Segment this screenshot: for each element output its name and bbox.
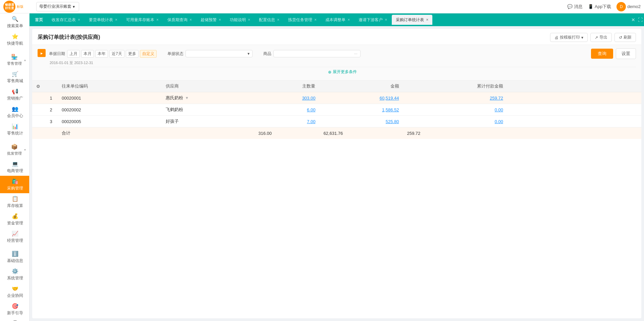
tab-available-inventory[interactable]: 可用量库存账本 × — [122, 15, 163, 25]
row-1-dropdown-icon[interactable]: ▾ — [186, 95, 188, 100]
page-content: 采购订单统计表(按供应商) 🖨 按模板打印 ▾ ↗ 导出 ↺ — [32, 29, 641, 318]
tab-receive-summary[interactable]: 收发存汇总表 × — [48, 15, 84, 25]
row-3-num: 3 — [44, 116, 58, 127]
date-shortcut-more[interactable]: 更多 — [126, 50, 139, 58]
export-label: 导出 — [599, 35, 607, 40]
print-icon: 🖨 — [554, 35, 558, 40]
tab-expiry-query[interactable]: 保质期查询 × — [163, 15, 196, 25]
sidebar: 🔍 搜索菜单 ⭐ 快捷导航 🏪 零售管理 ▴ 🛒 零售商城 📢 — [0, 13, 30, 321]
sidebar-item-search[interactable]: 🔍 搜索菜单 — [0, 13, 29, 31]
sidebar-item-members[interactable]: 👥 会员中心 — [0, 103, 29, 121]
row-2-main-qty[interactable]: 6.00 — [254, 104, 319, 116]
enterprise-collab-icon: 🤝 — [12, 285, 18, 292]
sidebar-item-new-guide[interactable]: 🎯 新手引导 — [0, 301, 29, 318]
date-shortcut-this-year[interactable]: 本年 — [95, 50, 108, 58]
tab-cost-adjust-close-icon[interactable]: × — [347, 17, 350, 22]
row-2-num: 2 — [44, 104, 58, 116]
workspace-selector[interactable]: 母婴行业演示账套 ▾ — [36, 2, 79, 11]
sidebar-item-purchase-mgmt[interactable]: 🛍️ 采购管理 — [0, 176, 29, 193]
row-2-cumulative-paid[interactable]: 0.00 — [403, 104, 507, 116]
tab-pick-task-label: 拣货任务管理 — [288, 17, 312, 23]
col-settings-icon[interactable]: ⚙ — [36, 84, 40, 89]
tab-config-info[interactable]: 配置信息 × — [255, 15, 283, 25]
sidebar-item-enterprise-collab[interactable]: 🤝 企业协同 — [0, 283, 29, 301]
footer-cumulative-paid: 259.72 — [403, 127, 507, 139]
sidebar-item-finance[interactable]: 💰 资金管理 — [0, 211, 29, 228]
tab-function-desc-close-icon[interactable]: × — [248, 17, 250, 22]
retail-mgmt-arrow-icon: ▴ — [24, 58, 26, 62]
tab-receive-summary-close-icon[interactable]: × — [78, 17, 80, 22]
tab-overstock-warning[interactable]: 超储预警 × — [197, 15, 225, 25]
sidebar-item-inventory[interactable]: 📋 库存核算 — [0, 193, 29, 211]
status-select[interactable]: ▾ — [185, 50, 253, 57]
tab-expiry-query-close-icon[interactable]: × — [190, 17, 192, 22]
tab-pick-task[interactable]: 拣货任务管理 × — [284, 15, 321, 25]
sidebar-item-quick-nav[interactable]: ⭐ 快捷导航 — [0, 31, 29, 48]
goods-input[interactable]: ··· — [273, 50, 361, 57]
status-select-arrow-icon: ▾ — [248, 51, 250, 56]
filter-toggle-button[interactable]: ▸ — [38, 49, 46, 57]
row-3-cumulative-paid[interactable]: 0.00 — [403, 116, 507, 127]
marketing-icon: 📢 — [12, 88, 18, 95]
user-profile[interactable]: D demo2 — [616, 2, 641, 11]
tab-invite-downstream-close-icon[interactable]: × — [385, 17, 387, 22]
tab-cost-adjust[interactable]: 成本调整单 × — [321, 15, 354, 25]
expand-row: ⊕ 展开更多条件 — [49, 67, 636, 77]
close-all-tabs-icon[interactable]: ✕ — [631, 17, 635, 22]
tab-home[interactable]: 首页 — [31, 15, 47, 25]
print-label: 按模板打印 — [560, 35, 580, 40]
sidebar-item-retail-mgmt[interactable]: 🏪 零售管理 ▴ — [0, 51, 29, 68]
app-download-label: App下载 — [595, 4, 611, 10]
sidebar-item-system-mgmt[interactable]: ⚙️ 系统管理 — [0, 266, 29, 283]
tab-invite-downstream[interactable]: 邀请下游客户 × — [355, 15, 391, 25]
refresh-button[interactable]: ↺ 刷新 — [614, 33, 636, 42]
messages-button[interactable]: 💬 消息 — [567, 4, 583, 10]
tab-config-info-close-icon[interactable]: × — [277, 17, 279, 22]
tab-goods-summary-close-icon[interactable]: × — [115, 17, 117, 22]
sidebar-item-label: 批发管理 — [7, 151, 22, 156]
sidebar-item-app-center[interactable]: 📱 应用中心 — [0, 318, 29, 321]
row-1-amount[interactable]: 60,519.44 — [319, 92, 403, 104]
export-button[interactable]: ↗ 导出 — [590, 33, 612, 42]
query-button[interactable]: 查询 — [591, 49, 613, 59]
tab-available-inventory-close-icon[interactable]: × — [156, 17, 159, 22]
date-shortcut-last-month[interactable]: 上月 — [67, 50, 80, 58]
date-shortcut-last-7-days[interactable]: 近7天 — [109, 50, 124, 58]
row-3-main-qty[interactable]: 7.00 — [254, 116, 319, 127]
tab-goods-summary-label: 要货单统计表 — [89, 17, 113, 23]
sidebar-item-marketing[interactable]: 📢 营销推广 — [0, 86, 29, 103]
sidebar-item-ecommerce[interactable]: 💻 电商管理 — [0, 158, 29, 176]
footer-label-text: 合计 — [62, 130, 70, 136]
table-row[interactable]: 3 00020005 好孩子 7.00 525.80 0.00 — [32, 116, 641, 127]
tab-function-desc[interactable]: 功能说明 × — [226, 15, 254, 25]
tab-overstock-warning-close-icon[interactable]: × — [219, 17, 221, 22]
maximize-tabs-icon[interactable]: ⛶ — [638, 17, 643, 22]
sidebar-item-label: 系统管理 — [7, 275, 23, 281]
tab-goods-summary[interactable]: 要货单统计表 × — [85, 15, 121, 25]
wholesale-arrow-icon: ▾ — [24, 148, 26, 152]
tab-purchase-order-summary[interactable]: 采购订单统计表 × — [392, 15, 432, 25]
sidebar-item-retail-stats[interactable]: 📊 零售统计 — [0, 121, 29, 138]
row-2-amount[interactable]: 1,586.52 — [319, 104, 403, 116]
logo-area: 畅捷通好生意 标版 — [3, 1, 33, 13]
row-1-main-qty[interactable]: 303.00 — [254, 92, 319, 104]
sidebar-item-label: 快捷导航 — [7, 41, 23, 46]
print-button[interactable]: 🖨 按模板打印 ▾ — [550, 33, 588, 42]
sidebar-item-retail-mall[interactable]: 🛒 零售商城 — [0, 68, 29, 86]
row-3-amount[interactable]: 525.80 — [319, 116, 403, 127]
app-download-button[interactable]: 📱 App下载 — [588, 4, 611, 10]
settings-button[interactable]: 设置 — [616, 48, 636, 59]
tab-purchase-order-summary-close-icon[interactable]: × — [426, 17, 428, 22]
sidebar-item-basic-info[interactable]: ℹ️ 基础信息 — [0, 248, 29, 266]
row-1-cumulative-paid[interactable]: 259.72 — [403, 92, 507, 104]
tab-pick-task-close-icon[interactable]: × — [314, 17, 317, 22]
col-empty — [507, 81, 641, 92]
date-shortcut-this-month[interactable]: 本月 — [81, 50, 94, 58]
expand-more-button[interactable]: ⊕ 展开更多条件 — [328, 69, 357, 75]
table-row[interactable]: 1 00020001 惠氏奶粉 ▾ 303.00 60,519.44 259.7… — [32, 92, 641, 104]
sidebar-item-wholesale-mgmt[interactable]: 📦 批发管理 ▾ — [0, 141, 29, 158]
table-row[interactable]: 2 00020002 飞鹤奶粉 6.00 1,586.52 0.00 — [32, 104, 641, 116]
members-icon: 👥 — [12, 106, 18, 112]
col-settings[interactable]: ⚙ — [32, 81, 44, 92]
sidebar-item-operations[interactable]: 📈 经营管理 — [0, 228, 29, 246]
